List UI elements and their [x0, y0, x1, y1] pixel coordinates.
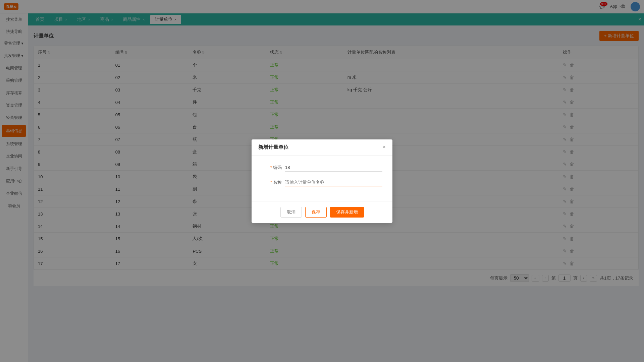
modal-header: 新增计量单位 × [252, 139, 392, 156]
save-and-add-button[interactable]: 保存并新增 [330, 207, 364, 218]
form-row-name: *名称 [262, 178, 382, 186]
code-label: *编码 [262, 165, 282, 171]
modal-close-button[interactable]: × [383, 144, 386, 150]
modal-overlay[interactable]: 新增计量单位 × *编码 *名称 取消 保存 保存并新增 [0, 0, 644, 362]
form-row-code: *编码 [262, 164, 382, 172]
name-label: *名称 [262, 179, 282, 185]
required-mark-name: * [270, 180, 272, 185]
modal-title: 新增计量单位 [258, 144, 288, 150]
cancel-button[interactable]: 取消 [280, 207, 302, 218]
save-button[interactable]: 保存 [305, 207, 327, 218]
name-input[interactable] [285, 178, 382, 186]
code-input[interactable] [285, 164, 382, 172]
required-mark: * [270, 165, 272, 170]
add-unit-modal: 新增计量单位 × *编码 *名称 取消 保存 保存并新增 [252, 139, 392, 223]
modal-footer: 取消 保存 保存并新增 [252, 201, 392, 223]
modal-body: *编码 *名称 [252, 156, 392, 201]
